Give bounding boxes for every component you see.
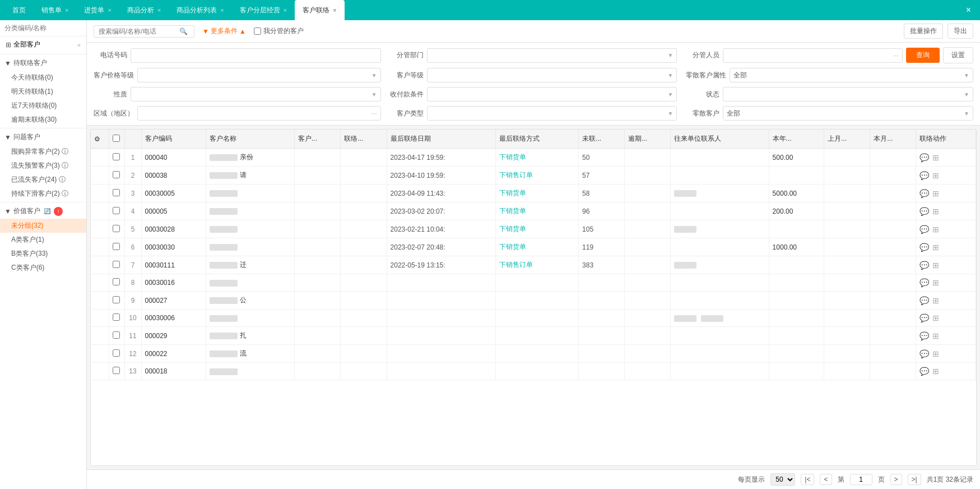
row-select-checkbox[interactable] [113, 296, 120, 303]
message-icon[interactable]: 💬 [919, 296, 929, 305]
search-icon[interactable]: 🔍 [179, 27, 188, 35]
last-method-link[interactable]: 下销货单 [499, 153, 526, 161]
customer-type-select[interactable]: ▼ [427, 106, 677, 121]
sidebar-search-input[interactable] [4, 24, 87, 32]
col-related-contact[interactable]: 往来单位联系人 [671, 130, 769, 149]
search-input[interactable] [99, 27, 177, 35]
last-method-link[interactable]: 下销售订单 [499, 261, 533, 269]
tab-customer-segment[interactable]: 客户分层经营 × [232, 0, 295, 20]
page-input[interactable] [850, 474, 872, 485]
more-filters-btn[interactable]: ▼ 更多条件 ▲ [199, 25, 249, 38]
sidebar-item-a-class[interactable]: A类客户(1) [0, 233, 86, 247]
close-sales-icon[interactable]: × [65, 7, 68, 13]
my-customers-filter[interactable]: 我分管的客户 [254, 26, 304, 36]
sidebar-item-lost[interactable]: 已流失客户(24) ⓘ [0, 173, 86, 187]
manager-select[interactable]: ··· [723, 48, 903, 63]
tab-product-analysis-list[interactable]: 商品分析列表 × [169, 0, 231, 20]
refresh-icon[interactable]: 🔄 [44, 208, 50, 214]
message-icon[interactable]: 💬 [919, 331, 929, 340]
row-select-checkbox[interactable] [113, 207, 120, 214]
sidebar-item-ungroup[interactable]: 未分组(32) [0, 219, 86, 233]
col-settings[interactable]: ⚙ [91, 130, 109, 149]
last-method-link[interactable]: 下销货单 [499, 243, 526, 251]
col-no-contact[interactable]: 未联... [579, 130, 625, 149]
last-method-link[interactable]: 下销货单 [499, 207, 526, 215]
select-all-checkbox[interactable] [113, 135, 120, 142]
col-code[interactable]: 客户编码 [141, 130, 206, 149]
settings-icon[interactable]: ⚙ [94, 135, 100, 143]
grid-action-icon[interactable]: ⊞ [932, 153, 939, 162]
sidebar-item-declining[interactable]: 持续下滑客户(2) ⓘ [0, 187, 86, 201]
message-icon[interactable]: 💬 [919, 367, 929, 376]
sidebar-item-b-class[interactable]: B类客户(33) [0, 247, 86, 261]
row-select-checkbox[interactable] [113, 153, 120, 160]
level-select[interactable]: ▼ [427, 68, 677, 82]
grid-action-icon[interactable]: ⊞ [932, 189, 939, 198]
export-btn[interactable]: 导出 [948, 24, 973, 39]
close-customer-segment-icon[interactable]: × [284, 7, 287, 13]
payment-select[interactable]: ▼ [427, 87, 677, 102]
grid-action-icon[interactable]: ⊞ [932, 207, 939, 216]
grid-action-icon[interactable]: ⊞ [932, 296, 939, 305]
next-page-btn[interactable]: > [890, 474, 902, 485]
tab-customer-contact[interactable]: 客户联络 × [295, 0, 344, 20]
message-icon[interactable]: 💬 [919, 313, 929, 322]
sidebar-item-today[interactable]: 今天待联络(0) [0, 71, 86, 85]
sidebar-group-problem[interactable]: ▼ 问题客户 [0, 130, 86, 145]
sidebar-collapse-icon[interactable]: « [77, 41, 81, 48]
col-name[interactable]: 客户名称 [206, 130, 295, 149]
close-customer-contact-icon[interactable]: × [333, 7, 336, 13]
grid-action-icon[interactable]: ⊞ [932, 367, 939, 376]
message-icon[interactable]: 💬 [919, 349, 929, 358]
sidebar-item-lost-warning[interactable]: 流失预警客户(3) ⓘ [0, 159, 86, 173]
grid-action-icon[interactable]: ⊞ [932, 278, 939, 287]
close-product-analysis-icon[interactable]: × [157, 7, 161, 13]
tab-sales[interactable]: 销售单 × [34, 0, 76, 20]
grid-action-icon[interactable]: ⊞ [932, 349, 939, 358]
message-icon[interactable]: 💬 [919, 189, 929, 198]
sidebar-item-tomorrow[interactable]: 明天待联络(1) [0, 85, 86, 99]
message-icon[interactable]: 💬 [919, 207, 929, 216]
row-select-checkbox[interactable] [113, 313, 120, 321]
sidebar-all-customers[interactable]: ⊞ 全部客户 « [0, 36, 86, 53]
last-method-link[interactable]: 下销售订单 [499, 171, 533, 179]
status-select[interactable]: ▼ [723, 87, 973, 102]
close-all-btn[interactable]: × [962, 5, 976, 15]
sidebar-group-pending[interactable]: ▼ 待联络客户 [0, 56, 86, 71]
grid-action-icon[interactable]: ⊞ [932, 171, 939, 180]
col-this-year[interactable]: 本年... [769, 130, 824, 149]
last-method-link[interactable]: 下销货单 [499, 189, 526, 197]
col-last-date[interactable]: 最后联络日期 [387, 130, 495, 149]
close-product-list-icon[interactable]: × [220, 7, 224, 13]
sidebar-item-abnormal[interactable]: 囤购异常客户(2) ⓘ [0, 145, 86, 159]
first-page-btn[interactable]: |< [801, 474, 814, 485]
last-page-btn[interactable]: >| [908, 474, 921, 485]
sidebar-item-7days[interactable]: 近7天待联络(0) [0, 99, 86, 113]
close-purchase-icon[interactable]: × [108, 7, 111, 13]
region-select[interactable]: ··· [137, 106, 381, 121]
col-last-month[interactable]: 上月... [824, 130, 870, 149]
row-select-checkbox[interactable] [113, 261, 120, 268]
reset-btn[interactable]: 设置 [943, 47, 973, 63]
message-icon[interactable]: 💬 [919, 243, 929, 252]
query-btn[interactable]: 查询 [906, 48, 940, 63]
message-icon[interactable]: 💬 [919, 278, 929, 287]
grid-action-icon[interactable]: ⊞ [932, 261, 939, 270]
manager-dots-icon[interactable]: ··· [893, 52, 899, 59]
per-page-select[interactable]: 50 [770, 473, 795, 486]
grid-action-icon[interactable]: ⊞ [932, 313, 939, 322]
col-type[interactable]: 客户... [295, 130, 341, 149]
phone-input[interactable] [131, 48, 381, 63]
message-icon[interactable]: 💬 [919, 171, 929, 180]
row-select-checkbox[interactable] [113, 171, 120, 178]
row-select-checkbox[interactable] [113, 367, 120, 374]
grid-action-icon[interactable]: ⊞ [932, 225, 939, 234]
price-level-select[interactable]: ▼ [137, 68, 381, 82]
col-overdue[interactable]: 逾期... [625, 130, 671, 149]
col-contact[interactable]: 联络... [341, 130, 387, 149]
retail-attr-select[interactable]: 全部 ▼ [730, 68, 973, 82]
retail-select[interactable]: 全部 ▼ [723, 106, 973, 121]
message-icon[interactable]: 💬 [919, 225, 929, 234]
my-customers-checkbox[interactable] [254, 27, 261, 35]
col-last-method[interactable]: 最后联络方式 [495, 130, 578, 149]
